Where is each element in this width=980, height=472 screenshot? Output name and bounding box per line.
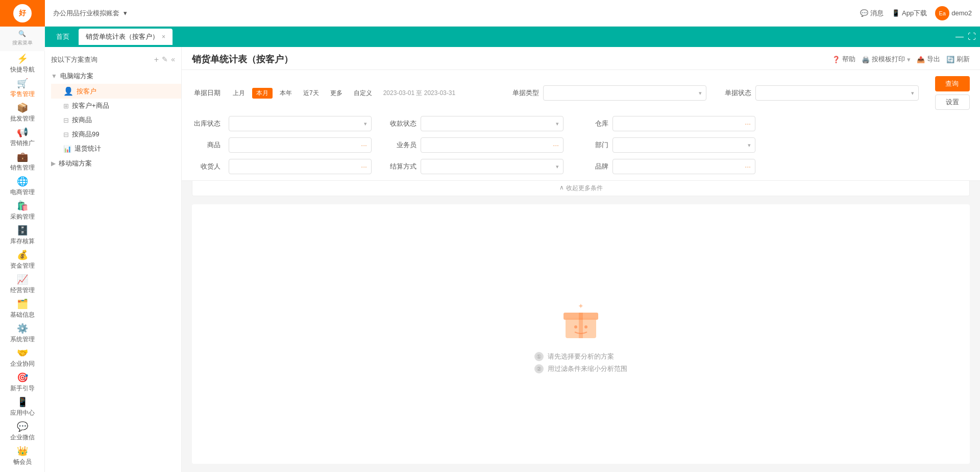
app-download-button[interactable]: 📱 App下载 xyxy=(892,9,927,18)
hint-num-1: ① xyxy=(534,352,544,361)
refresh-button[interactable]: 🔄 刷新 xyxy=(946,55,970,64)
tab-home[interactable]: 首页 xyxy=(49,29,77,45)
message-button[interactable]: 💬 消息 xyxy=(860,9,884,18)
date-btn-custom[interactable]: 自定义 xyxy=(350,88,376,99)
collapse-bar[interactable]: ∧ 收起更多条件 xyxy=(192,181,970,196)
settlement-select[interactable]: ▾ xyxy=(421,159,564,174)
content-area: 按以下方案查询 + ✎ « ▼ 电脑端方案 👤 按客户 ⊞ 按客 xyxy=(45,47,980,472)
tab-active[interactable]: 销货单统计表（按客户） × xyxy=(79,29,173,45)
tree-item-return-stats[interactable]: 📊 退货统计 xyxy=(51,141,181,156)
salesperson-ellipsis[interactable]: ··· xyxy=(553,141,559,149)
warehouse-ellipsis[interactable]: ··· xyxy=(745,120,751,128)
tree-section-mobile[interactable]: ▶ 移动端方案 xyxy=(45,156,181,171)
sidebar-item-label: 企业协同 xyxy=(10,360,35,368)
product-input[interactable]: ··· xyxy=(229,137,372,153)
fullscreen-icon[interactable]: ⛶ xyxy=(968,32,976,41)
tab-close-icon[interactable]: × xyxy=(162,33,165,40)
sidebar-item-retail[interactable]: 🛒 零售管理 xyxy=(0,76,45,100)
out-status-select[interactable]: ▾ xyxy=(229,116,372,131)
brand-input[interactable]: ··· xyxy=(612,159,755,174)
receipt-status-dropdown-icon: ▾ xyxy=(556,121,559,127)
dept-select[interactable]: ▾ xyxy=(612,137,755,153)
filter-area: 单据日期 上月 本月 本年 近7天 更多 自定义 2023-03-01 至 20… xyxy=(182,70,980,181)
consignee-input[interactable]: ··· xyxy=(229,159,372,174)
tree-item-by-customer[interactable]: 👤 按客户 xyxy=(51,84,181,99)
sidebar-item-enterprise[interactable]: 🤝 企业协同 xyxy=(0,345,45,370)
hint-num-2: ② xyxy=(534,364,544,373)
date-btn-last-month[interactable]: 上月 xyxy=(229,88,249,99)
sidebar-item-wholesale[interactable]: 📦 批发管理 xyxy=(0,100,45,125)
tree-section-mobile-label: 移动端方案 xyxy=(59,159,92,168)
sidebar-item-sales[interactable]: 💼 销售管理 xyxy=(0,149,45,174)
tabbar: 首页 销货单统计表（按客户） × — ⛶ xyxy=(45,27,980,47)
salesperson-input[interactable]: ··· xyxy=(421,137,564,153)
brand-ellipsis[interactable]: ··· xyxy=(745,162,751,171)
quicknav-icon: ⚡ xyxy=(17,53,28,64)
page-header: 销货单统计表（按客户） ❓ 帮助 🖨️ 按模板打印 ▾ 📤 导出 xyxy=(182,47,980,70)
query-button[interactable]: 查询 xyxy=(935,76,970,91)
sidebar-item-wechat[interactable]: 💬 企业微信 xyxy=(0,419,45,443)
sidebar-item-purchase[interactable]: 🛍️ 采购管理 xyxy=(0,198,45,223)
brand-label: 品牌 xyxy=(580,162,608,171)
tree-item-customer-product[interactable]: ⊞ 按客户+商品 xyxy=(51,99,181,113)
filter-row-1: 单据日期 上月 本月 本年 近7天 更多 自定义 2023-03-01 至 20… xyxy=(192,76,970,110)
sidebar-item-operations[interactable]: 📈 经营管理 xyxy=(0,272,45,296)
out-status-dropdown-icon: ▾ xyxy=(364,121,367,127)
tree-arrow-desktop: ▼ xyxy=(51,73,57,80)
sidebar-item-marketing[interactable]: 📢 营销推广 xyxy=(0,125,45,149)
consignee-ellipsis[interactable]: ··· xyxy=(361,162,367,171)
date-btn-this-month[interactable]: 本月 xyxy=(252,88,273,99)
date-btn-this-year[interactable]: 本年 xyxy=(276,88,296,99)
retail-icon: 🛒 xyxy=(17,78,28,89)
minimize-icon[interactable]: — xyxy=(955,32,964,41)
order-status-label: 单据状态 xyxy=(723,88,751,98)
inventory-icon: 🗄️ xyxy=(17,225,28,236)
sidebar-item-inventory[interactable]: 🗄️ 库存核算 xyxy=(0,223,45,247)
finance-icon: 💰 xyxy=(17,249,28,261)
product-icon: ⊟ xyxy=(63,116,69,124)
print-button[interactable]: 🖨️ 按模板打印 ▾ xyxy=(862,55,911,64)
purchase-icon: 🛍️ xyxy=(17,200,28,211)
sidebar-item-system[interactable]: ⚙️ 系统管理 xyxy=(0,321,45,345)
enterprise-icon: 🤝 xyxy=(17,347,28,359)
product-ellipsis[interactable]: ··· xyxy=(361,141,367,149)
help-button[interactable]: ❓ 帮助 xyxy=(832,55,855,64)
collapse-up-icon: ∧ xyxy=(559,184,564,193)
tree-item-by-product99[interactable]: ⊟ 按商品99 xyxy=(51,127,181,141)
topbar-title: 办公用品行业模拟账套 xyxy=(53,9,119,18)
receipt-status-label: 收款状态 xyxy=(388,119,416,128)
sidebar-item-ecommerce[interactable]: 🌐 电商管理 xyxy=(0,174,45,198)
tree-item-by-product[interactable]: ⊟ 按商品 xyxy=(51,113,181,127)
date-btn-more[interactable]: 更多 xyxy=(326,88,347,99)
sidebar-item-basic[interactable]: 🗂️ 基础信息 xyxy=(0,296,45,321)
dept-dropdown-icon: ▾ xyxy=(748,142,751,149)
user-profile[interactable]: Ea demo2 xyxy=(935,6,972,20)
message-icon: 💬 xyxy=(860,9,868,17)
brand-field: 品牌 ··· xyxy=(580,159,755,174)
sidebar-item-member[interactable]: 👑 畅会员 xyxy=(0,443,45,468)
ecommerce-icon: 🌐 xyxy=(17,176,28,187)
system-icon: ⚙️ xyxy=(17,323,28,334)
sidebar-item-appcenter[interactable]: 📱 应用中心 xyxy=(0,394,45,419)
tab-controls: — ⛶ xyxy=(955,32,976,41)
order-type-select[interactable]: ▾ xyxy=(543,85,706,101)
tree-section-desktop[interactable]: ▼ 电脑端方案 xyxy=(45,68,181,84)
order-status-select[interactable]: ▾ xyxy=(755,85,919,101)
page-title: 销货单统计表（按客户） xyxy=(192,53,293,65)
order-status-field: 单据状态 ▾ xyxy=(723,85,919,101)
edit-scheme-icon[interactable]: ✎ xyxy=(162,55,168,64)
setting-button[interactable]: 设置 xyxy=(935,95,970,110)
date-btn-last7[interactable]: 近7天 xyxy=(299,88,323,99)
date-range-text: 2023-03-01 至 2023-03-31 xyxy=(383,89,455,98)
collapse-scheme-icon[interactable]: « xyxy=(171,55,175,64)
sidebar-item-search[interactable]: 🔍 搜索菜单 xyxy=(0,27,45,51)
topbar-dropdown[interactable]: ▾ xyxy=(124,9,127,17)
export-button[interactable]: 📤 导出 xyxy=(917,55,940,64)
sidebar-item-finance[interactable]: 💰 资金管理 xyxy=(0,247,45,272)
avatar: Ea xyxy=(935,6,949,20)
sidebar-item-quicknav[interactable]: ⚡ 快捷导航 xyxy=(0,51,45,76)
sidebar-item-newguide[interactable]: 🎯 新手引导 xyxy=(0,370,45,394)
receipt-status-select[interactable]: ▾ xyxy=(421,116,564,131)
add-scheme-icon[interactable]: + xyxy=(154,55,159,64)
warehouse-input[interactable]: ··· xyxy=(612,116,755,131)
